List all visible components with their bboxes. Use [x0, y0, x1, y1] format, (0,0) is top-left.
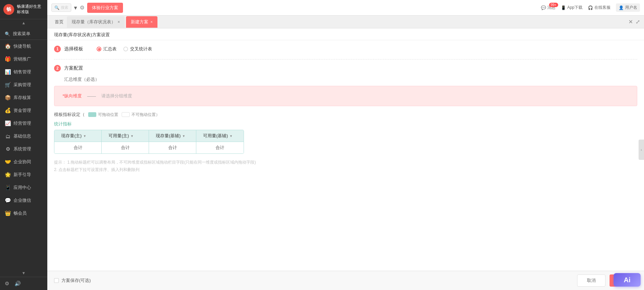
legend-static-box — [122, 112, 130, 117]
logo-icon: 畅 — [3, 4, 14, 15]
trial-button[interactable]: 体验行业方案 — [87, 3, 123, 13]
user-menu[interactable]: 👤 用户名 — [616, 3, 640, 12]
ai-badge[interactable]: Ai — [614, 273, 641, 287]
sidebar-item-quick-nav[interactable]: 🏠 快捷导航 — [0, 40, 47, 53]
sidebar-item-app-center[interactable]: 📱 应用中心 — [0, 181, 47, 194]
stats-section-label: 统计指标 — [54, 121, 637, 127]
right-expand-handle[interactable]: ‹ — [639, 140, 644, 160]
search-icon: 🔍 — [5, 31, 10, 37]
topbar-search[interactable]: 🔍 搜索 — [51, 3, 71, 12]
headset-icon: 🎧 — [588, 5, 593, 10]
app-download-button[interactable]: 📱 App下载 — [561, 5, 583, 10]
stats-col-0[interactable]: 现存量(主) ▾ — [54, 130, 102, 142]
cancel-button[interactable]: 取消 — [577, 274, 605, 287]
vertical-dim-label: *纵向维度 — [63, 93, 82, 99]
stats-col-2[interactable]: 现存量(基辅) ▾ — [149, 130, 196, 142]
message-button[interactable]: 💬 消息 99+ — [541, 5, 555, 10]
gift-icon: 🎁 — [5, 56, 11, 62]
chevron-2-icon: ▾ — [183, 134, 185, 138]
chevron-3-icon: ▾ — [230, 134, 232, 138]
sidebar-item-member[interactable]: 👑 畅会员 — [0, 207, 47, 220]
logo-text: 畅康通好生意 标准版 — [17, 4, 41, 15]
tab-home[interactable]: 首页 — [51, 16, 67, 28]
form-container: 1 选择模板 汇总表 交叉统计表 — [47, 40, 644, 190]
step1-header: 1 选择模板 汇总表 交叉统计表 — [54, 46, 637, 52]
legend-static: 不可拖动位置） — [122, 112, 160, 118]
audio-icon[interactable]: 🔊 — [15, 281, 21, 287]
step2-badge: 2 — [54, 65, 61, 72]
window-expand-icon[interactable]: ⤢ — [636, 19, 640, 25]
folder-icon: 🗂 — [5, 134, 11, 139]
page-title: 现存量(库存状况表)方案设置 — [54, 32, 110, 37]
tab-new-plan-close-icon[interactable]: × — [150, 20, 153, 24]
sidebar-logo: 畅 畅康通好生意 标准版 — [0, 0, 47, 19]
template-options: 汇总表 交叉统计表 — [86, 46, 152, 52]
stats-col-3[interactable]: 可用量(基辅) ▾ — [196, 130, 244, 142]
sidebar-scroll-down[interactable]: ▼ — [0, 269, 47, 277]
topbar-right: 💬 消息 99+ 📱 App下载 🎧 在线客服 👤 用户名 — [541, 3, 640, 12]
save-checkbox[interactable] — [54, 278, 59, 283]
handshake-icon: 🤝 — [5, 159, 11, 165]
stats-col-1[interactable]: 可用量(主) ▾ — [102, 130, 149, 142]
star-icon: 🌟 — [5, 172, 11, 178]
sidebar-search[interactable]: 🔍 搜索菜单 — [0, 28, 47, 40]
tab-new-plan[interactable]: 新建方案 × — [126, 16, 157, 28]
chart-icon: 📊 — [5, 69, 11, 75]
save-label: 方案保存(可选) — [61, 277, 91, 284]
bottom-bar: 方案保存(可选) 取消 查询 — [47, 271, 644, 290]
metric-settings-label: 模板指标设定（ 可拖动位置 不可拖动位置） — [54, 112, 637, 118]
radio-summary-table[interactable]: 汇总表 — [97, 46, 117, 52]
topbar-dropdown[interactable]: ▾ — [74, 4, 77, 11]
sidebar-item-sales[interactable]: 📊 销售管理 — [0, 66, 47, 78]
sidebar-scroll-up[interactable]: ▲ — [0, 19, 47, 27]
chat-icon: 💬 — [5, 197, 11, 203]
radio-cross-table[interactable]: 交叉统计表 — [123, 46, 152, 52]
tip-item2: 2. 点击标题栏下拉可设置排序、插入列和删除列 — [54, 166, 637, 174]
stats-row-0: 合计 合计 合计 合计 — [54, 142, 244, 153]
topbar-search-icon: 🔍 — [54, 5, 59, 10]
sidebar-menu: 🔍 搜索菜单 🏠 快捷导航 🎁 营销推广 📊 销售管理 🛒 采购管理 📦 库存核… — [0, 27, 47, 269]
radio-summary-circle — [97, 47, 101, 51]
content-area: 现存量(库存状况表)方案设置 1 选择模板 汇总表 — [47, 28, 644, 271]
stats-cell-0-0: 合计 — [54, 142, 102, 153]
save-option[interactable]: 方案保存(可选) — [54, 277, 91, 284]
sidebar-item-marketing[interactable]: 🎁 营销推广 — [0, 53, 47, 66]
legend-draggable: 可拖动位置 — [88, 112, 118, 118]
stats-cell-0-2: 合计 — [149, 142, 196, 153]
sidebar-item-wechat[interactable]: 💬 企业微信 — [0, 194, 47, 207]
sidebar-item-inventory[interactable]: 📦 库存核算 — [0, 91, 47, 104]
radio-cross-circle — [123, 47, 128, 51]
tab-inventory-close-icon[interactable]: × — [118, 20, 120, 24]
home-icon: 🏠 — [5, 43, 11, 49]
legend-draggable-box — [88, 112, 96, 117]
step1-section: 1 选择模板 汇总表 交叉统计表 — [54, 46, 637, 52]
settings-footer-icon[interactable]: ⚙ — [5, 281, 9, 287]
online-service-button[interactable]: 🎧 在线客服 — [588, 5, 611, 10]
crown-icon: 👑 — [5, 210, 11, 216]
summary-dim-label: 汇总维度（必选） — [64, 76, 637, 82]
window-close-icon[interactable]: ✕ — [628, 19, 633, 25]
box-icon: 📦 — [5, 95, 11, 101]
step1-badge: 1 — [54, 46, 61, 52]
sidebar-item-system[interactable]: ⚙ 系统管理 — [0, 143, 47, 155]
message-icon: 💬 — [541, 5, 546, 10]
tabs-bar: 首页 现存量（库存状况表） × 新建方案 × ✕ ⤢ — [47, 16, 644, 28]
radio-summary-inner — [98, 48, 100, 50]
sidebar-item-guide[interactable]: 🌟 新手引导 — [0, 168, 47, 181]
step1-title: 选择模板 — [64, 46, 83, 52]
sidebar-item-basic-info[interactable]: 🗂 基础信息 — [0, 130, 47, 143]
money-icon: 💰 — [5, 107, 11, 114]
vertical-dim-row: *纵向维度 —— 请选择分组维度 — [63, 93, 629, 99]
stats-table-header: 现存量(主) ▾ 可用量(主) ▾ 现存量(基辅) ▾ 可用量(基辅) — [54, 130, 244, 142]
dim-separator: —— — [87, 94, 96, 99]
tab-inventory-status[interactable]: 现存量（库存状况表） × — [67, 16, 125, 28]
sidebar-item-purchase[interactable]: 🛒 采购管理 — [0, 78, 47, 91]
gear-icon: ⚙ — [5, 146, 11, 152]
sidebar-item-operations[interactable]: 📈 经营管理 — [0, 117, 47, 130]
topbar-gear-icon[interactable]: ⚙ — [80, 4, 84, 11]
message-badge: 99+ — [549, 3, 558, 7]
sidebar-item-finance[interactable]: 💰 资金管理 — [0, 104, 47, 117]
sidebar-item-collaboration[interactable]: 🤝 企业协同 — [0, 155, 47, 168]
topbar-left: 🔍 搜索 ▾ ⚙ 体验行业方案 — [51, 3, 538, 13]
tips-area: 提示： 1.拖动标题栏可以调整布局，不可跨维度或指标区域拖动栏目字段(只能在同一… — [54, 155, 637, 177]
